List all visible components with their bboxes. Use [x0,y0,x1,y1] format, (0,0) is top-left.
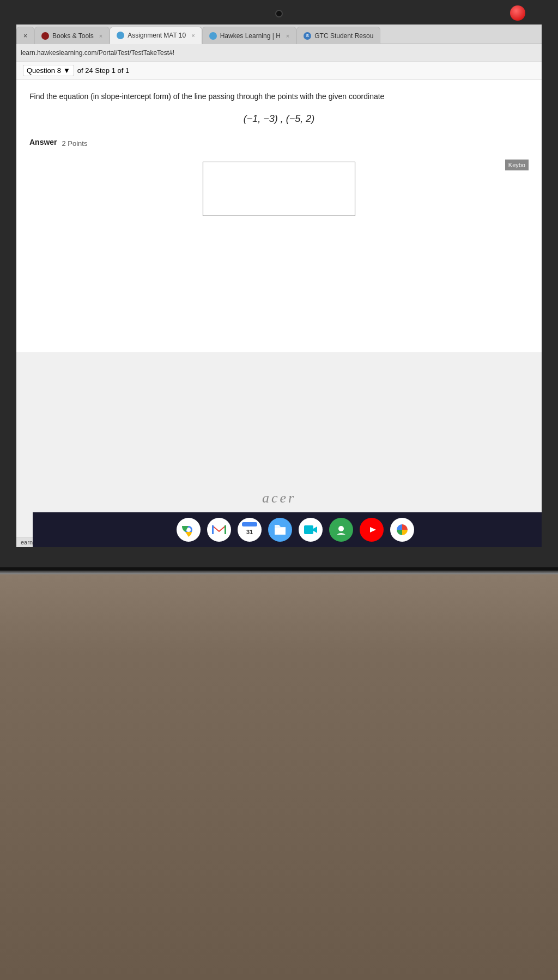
tab-books-label: Books & Tools [52,32,94,40]
svg-rect-2 [212,524,226,535]
hawkes-icon [117,32,124,39]
tab-assignment-label: Assignment MAT 10 [128,32,186,39]
question-nav: Question 8 ▼ of 24 Step 1 of 1 [16,62,542,80]
tab-hawkes-label: Hawkes Learning | H [220,32,281,40]
taskbar-calendar-icon[interactable]: 31 [238,518,262,542]
question-text: Find the equation (in slope-intercept fo… [29,91,529,102]
address-bar: learn.hawkeslearning.com/Portal/Test/Tes… [16,44,542,62]
math-expression: (−1, −3) , (−5, 2) [29,113,529,125]
laptop-base: ← → C □ □|| ○ ○ ◄ ◄◄ ▲ @ 2 # 3 $ 4 [0,574,558,980]
tab-hawkes[interactable]: Hawkes Learning | H × [202,27,297,44]
tab-assignment-close[interactable]: × [191,32,195,39]
chevron-down-icon: ▼ [63,66,70,75]
acer-brand-label: acer [262,490,296,506]
keyboard-button[interactable]: Keybo [505,160,529,170]
laptop-screen-bezel: × Books & Tools × Assignment MAT 10 × Ha… [0,0,558,572]
tab-gtc[interactable]: S GTC Student Resou [296,27,380,44]
svg-rect-3 [212,525,214,534]
question-number: Question 8 [27,66,61,75]
tab-hawkes-close[interactable]: × [286,33,289,39]
taskbar-files-icon[interactable] [268,518,292,542]
tab-assignment[interactable]: Assignment MAT 10 × [110,27,202,44]
answer-input-box[interactable] [203,162,355,216]
taskbar-chrome-icon[interactable] [177,518,201,542]
browser-screen: × Books & Tools × Assignment MAT 10 × Ha… [16,24,542,547]
svg-point-10 [338,526,344,531]
browser-tab-bar: × Books & Tools × Assignment MAT 10 × Ha… [16,24,542,44]
question-dropdown[interactable]: Question 8 ▼ [23,65,74,76]
tab-books[interactable]: Books & Tools × [34,27,110,44]
hawkes2-icon [209,32,217,40]
tab-gtc-label: GTC Student Resou [314,32,373,40]
address-url[interactable]: learn.hawkeslearning.com/Portal/Test/Tes… [21,49,174,57]
webcam [275,10,283,17]
content-area: Find the equation (in slope-intercept fo… [16,80,542,352]
taskbar-duo-icon[interactable] [329,518,353,542]
taskbar-photos-icon[interactable] [390,518,414,542]
svg-text:31: 31 [246,529,253,535]
tab-books-close[interactable]: × [99,33,102,39]
gtc-icon: S [304,32,311,40]
taskbar-gmail-icon[interactable] [207,518,231,542]
svg-rect-8 [304,525,313,534]
points-label: 2 Points [62,139,87,148]
question-of: of 24 Step 1 of 1 [77,66,129,75]
tab-x[interactable]: × [16,27,34,44]
taskbar: 31 [33,512,542,547]
answer-label: Answer [29,138,57,146]
taskbar-youtube-icon[interactable] [360,518,384,542]
indicator-light [510,5,525,21]
svg-rect-6 [242,522,257,526]
answer-input-area: Keybo [29,160,529,216]
answer-section: Answer 2 Points Keybo [29,138,529,216]
close-x[interactable]: × [23,32,27,40]
svg-rect-4 [225,525,226,534]
taskbar-meet-icon[interactable] [299,518,323,542]
books-icon [41,32,49,40]
